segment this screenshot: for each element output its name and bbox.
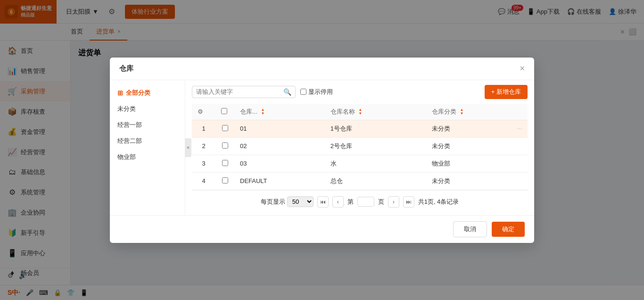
row-category: 未分类 [426, 137, 528, 155]
search-box: 🔍 [192, 86, 296, 98]
table-row[interactable]: 3 03 水 物业部 [192, 155, 528, 172]
show-disabled-checkbox[interactable] [300, 89, 306, 95]
row-name: 水 [325, 155, 426, 172]
settings-col-icon: ⚙ [198, 108, 203, 115]
category-all[interactable]: ⊞ 全部分类 [110, 85, 185, 101]
col-header-code: 仓库... ▲▼ [234, 104, 325, 120]
col-header-category: 仓库分类 ▲▼ [426, 104, 528, 120]
row-name: 总仓 [325, 172, 426, 190]
category-dept1[interactable]: 经营一部 [110, 117, 185, 133]
confirm-button[interactable]: 确定 [492, 222, 525, 237]
page-num-input[interactable]: 1 [357, 197, 374, 207]
page-prev-button[interactable]: ‹ [332, 196, 344, 208]
row-num: 1 [192, 120, 215, 137]
row-category: 物业部 [426, 155, 528, 172]
total-info: 共1页, 4条记录 [418, 198, 459, 206]
row-checkbox[interactable] [222, 125, 228, 131]
row-code: 03 [234, 155, 325, 172]
row-name: 1号仓库 [325, 120, 426, 137]
row-checkbox[interactable] [222, 142, 228, 149]
row-code: 02 [234, 137, 325, 155]
table-row[interactable]: 4 DEFAULT 总仓 未分类 [192, 172, 528, 190]
dialog-header: 仓库 × [110, 58, 534, 80]
sort-category-icon: ▲▼ [460, 108, 463, 116]
page-first-button[interactable]: ⏮ [317, 196, 329, 208]
category-property[interactable]: 物业部 [110, 149, 185, 165]
dialog-title: 仓库 [119, 64, 133, 73]
row-more-icon[interactable]: ··· [517, 125, 522, 132]
row-category: 未分类 [426, 172, 528, 190]
table-toolbar: 🔍 显示停用 + 新增仓库 [192, 85, 528, 99]
col-header-gear: ⚙ [192, 104, 215, 120]
warehouse-dialog: 仓库 × ⊞ 全部分类 未分类 经营一部 经营二部 物业部 « [110, 58, 534, 243]
search-icon: 🔍 [283, 88, 291, 96]
table-row[interactable]: 1 01 1号仓库 未分类··· [192, 120, 528, 137]
row-checkbox-cell [215, 137, 234, 155]
col-header-name: 仓库名称 ▲▼ [325, 104, 426, 120]
row-checkbox[interactable] [222, 160, 228, 166]
row-checkbox-cell [215, 172, 234, 190]
add-warehouse-button[interactable]: + 新增仓库 [485, 85, 528, 99]
dialog-footer: 取消 确定 [110, 215, 534, 243]
category-panel: ⊞ 全部分类 未分类 经营一部 经营二部 物业部 « [110, 80, 185, 215]
row-num: 3 [192, 155, 215, 172]
page-last-button[interactable]: ⏭ [403, 196, 414, 208]
sort-code-icon: ▲▼ [261, 108, 264, 116]
warehouse-table: ⚙ 仓库... ▲▼ 仓库名称 [192, 104, 528, 190]
dialog-body: ⊞ 全部分类 未分类 经营一部 经营二部 物业部 « 🔍 [110, 80, 534, 215]
col-header-check [215, 104, 234, 120]
cancel-button[interactable]: 取消 [453, 221, 487, 237]
show-disabled-toggle[interactable]: 显示停用 [300, 88, 333, 96]
table-row[interactable]: 2 02 2号仓库 未分类 [192, 137, 528, 155]
category-uncategorized[interactable]: 未分类 [110, 101, 185, 117]
row-checkbox[interactable] [222, 177, 228, 183]
row-name: 2号仓库 [325, 137, 426, 155]
table-panel: 🔍 显示停用 + 新增仓库 ⚙ [185, 80, 534, 215]
dialog-close-button[interactable]: × [520, 64, 525, 73]
row-code: 01 [234, 120, 325, 137]
category-dept2[interactable]: 经营二部 [110, 133, 185, 149]
select-all-checkbox[interactable] [221, 108, 227, 114]
pagination: 每页显示 50 100 200 ⏮ ‹ 第 1 页 › ⏭ 共1页, 4条记录 [192, 190, 528, 210]
row-checkbox-cell [215, 155, 234, 172]
row-checkbox-cell [215, 120, 234, 137]
grid-icon: ⊞ [117, 89, 123, 97]
row-category: 未分类··· [426, 120, 528, 137]
row-code: DEFAULT [234, 172, 325, 190]
search-input[interactable] [196, 88, 281, 95]
page-next-button[interactable]: › [388, 196, 399, 208]
row-num: 2 [192, 137, 215, 155]
row-num: 4 [192, 172, 215, 190]
table-container: ⚙ 仓库... ▲▼ 仓库名称 [192, 104, 528, 190]
dialog-overlay: 仓库 × ⊞ 全部分类 未分类 经营一部 经营二部 物业部 « [0, 0, 644, 300]
sort-name-icon: ▲▼ [358, 108, 362, 116]
page-size-select[interactable]: 50 100 200 [287, 196, 314, 207]
page-size: 每页显示 50 100 200 [261, 196, 314, 207]
category-collapse-button[interactable]: « [185, 138, 191, 157]
